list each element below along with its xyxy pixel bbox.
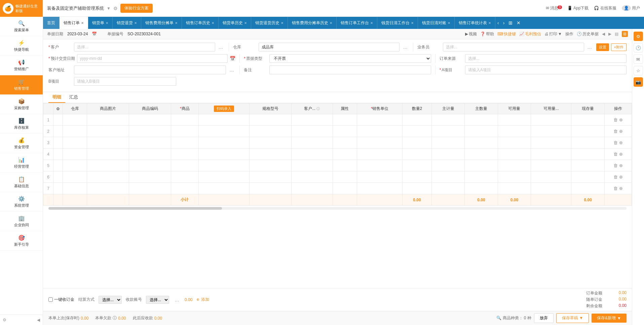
row-4-product[interactable]	[171, 149, 198, 160]
row-4-warehouse[interactable]	[63, 149, 87, 160]
tab-daily-workbench[interactable]: 钱货日清工作台 ✕	[377, 17, 418, 29]
row-5-main-qty[interactable]	[465, 160, 498, 171]
sidebar-item-basic-info[interactable]: 📋 基础信息	[0, 173, 43, 192]
delete-icon[interactable]: 🗑	[613, 129, 618, 134]
tab-home[interactable]: 首页	[43, 17, 60, 29]
row-7-code[interactable]	[129, 183, 171, 194]
row-2-customer-code[interactable]	[291, 126, 333, 137]
delete-icon[interactable]: 🗑	[613, 117, 618, 122]
b-project-input[interactable]	[74, 77, 176, 86]
nav-next-icon[interactable]: ▶	[608, 32, 611, 36]
online-support-button[interactable]: 🎧 在线客服	[594, 5, 616, 11]
tab-next-button[interactable]: ›	[501, 17, 507, 29]
row-6-unit[interactable]	[357, 171, 403, 183]
sidebar-item-enterprise[interactable]: 🏢 企业协同	[0, 212, 43, 231]
row-6-product[interactable]	[171, 171, 198, 183]
row-4-qty2[interactable]	[402, 149, 431, 160]
copy-icon[interactable]: ⊕	[619, 163, 623, 168]
sidebar-item-search[interactable]: 🔍 搜索菜单	[0, 17, 43, 36]
customer-more-icon[interactable]: …	[217, 44, 225, 50]
attachment-button[interactable]: +附件	[611, 43, 627, 51]
preview-button[interactable]: ▶ 视频	[465, 31, 477, 37]
copy-icon[interactable]: ⊕	[619, 174, 623, 179]
tab-close-icon[interactable]: ✕	[488, 21, 491, 25]
row-3-main-unit[interactable]	[431, 137, 464, 149]
row-4-attribute[interactable]	[333, 149, 357, 160]
tab-close-icon[interactable]: ✕	[212, 21, 214, 25]
expand-icon[interactable]: ⊞	[622, 31, 628, 37]
sidebar-collapse-icon[interactable]: ◀	[37, 318, 40, 322]
row-6-qty2[interactable]	[402, 171, 431, 183]
sidebar-item-quick-nav[interactable]: ⚡ 快捷导航	[0, 36, 43, 56]
row-1-spec[interactable]	[249, 114, 291, 126]
row-3-warehouse[interactable]	[63, 137, 87, 149]
right-btn-3[interactable]: ✉	[634, 54, 643, 64]
row-5-warehouse[interactable]	[63, 160, 87, 171]
tab-invoice-history[interactable]: 销货单历史 ✕	[219, 17, 251, 29]
row-5-qty2[interactable]	[402, 160, 431, 171]
delete-icon[interactable]: 🗑	[613, 174, 618, 179]
row-2-attribute[interactable]	[333, 126, 357, 137]
tab-sales-order[interactable]: 销售订单 ✕	[60, 17, 88, 29]
settlement-select[interactable]: 选择...	[99, 296, 122, 304]
order-source-input[interactable]	[465, 54, 627, 63]
right-btn-5[interactable]: 📷	[634, 77, 643, 87]
add-button[interactable]: ⊕ 添加	[196, 297, 209, 302]
table-scrollbar[interactable]	[48, 207, 627, 210]
save-new-button[interactable]: 保存&新增 ▼	[592, 314, 627, 323]
date-picker-icon[interactable]: 📅	[230, 56, 235, 61]
row-5-code[interactable]	[129, 160, 171, 171]
delete-icon[interactable]: 🗑	[613, 152, 618, 157]
tab-sales-expense[interactable]: 销售费用分摊单 ✕	[141, 17, 182, 29]
copy-icon[interactable]: ⊕	[619, 152, 623, 157]
tab-close-icon[interactable]: ✕	[370, 21, 373, 25]
copy-icon[interactable]: ⊕	[619, 186, 623, 191]
tab-close-icon[interactable]: ✕	[411, 21, 414, 25]
sidebar-item-sales[interactable]: 🛒 销售管理	[0, 75, 43, 95]
row-3-qty2[interactable]	[402, 137, 431, 149]
tab-sales-return[interactable]: 销货退货 ✕	[113, 17, 141, 29]
tab-daily-reconcile[interactable]: 钱货日清对账 ✕	[418, 17, 455, 29]
row-4-unit[interactable]	[357, 149, 403, 160]
tab-expense-history[interactable]: 销售费用分摊单历史 ✕	[288, 17, 337, 29]
row-2-product[interactable]	[171, 126, 198, 137]
print-button[interactable]: 🖨 打印 ▼	[544, 31, 562, 37]
tab-close-icon[interactable]: ✕	[106, 21, 108, 25]
row-7-attribute[interactable]	[333, 183, 357, 194]
row-6-code[interactable]	[129, 171, 171, 183]
row-2-qty2[interactable]	[402, 126, 431, 137]
row-7-warehouse[interactable]	[63, 183, 87, 194]
row-1-customer-code[interactable]	[291, 114, 333, 126]
salesperson-more-icon[interactable]: …	[586, 44, 594, 50]
row-3-customer-code[interactable]	[291, 137, 333, 149]
copy-icon[interactable]: ⊕	[619, 140, 623, 145]
row-3-product[interactable]	[171, 137, 198, 149]
tab-close-icon[interactable]: ✕	[244, 21, 247, 25]
history-button[interactable]: 🕐 历史单据	[577, 31, 599, 37]
sidebar-item-operations[interactable]: 📊 经营管理	[0, 153, 43, 173]
row-3-spec[interactable]	[249, 137, 291, 149]
draft-button[interactable]: 保存草稿 ▼	[556, 313, 589, 323]
row-1-main-unit[interactable]	[431, 114, 464, 126]
delivery-date-input[interactable]	[77, 54, 228, 63]
sidebar-item-marketing[interactable]: 📢 营销推广	[0, 56, 43, 75]
one-click-checkbox[interactable]	[48, 297, 53, 302]
row-5-customer-code[interactable]	[291, 160, 333, 171]
tab-more-button[interactable]: ⊞	[506, 17, 515, 29]
tab-close-all-button[interactable]: ✕	[515, 17, 523, 29]
row-5-unit[interactable]	[357, 160, 403, 171]
row-5-main-unit[interactable]	[431, 160, 464, 171]
row-1-code[interactable]	[129, 114, 171, 126]
settings-icon[interactable]: ⚙	[113, 6, 118, 11]
warehouse-input[interactable]	[259, 43, 400, 51]
row-2-unit[interactable]	[357, 126, 403, 137]
address-more-icon[interactable]: …	[228, 67, 235, 73]
calendar-icon[interactable]: 📅	[92, 32, 97, 36]
invoice-type-select[interactable]: 不开票 增值税普通发票 增值税专用发票	[269, 54, 431, 63]
row-2-main-unit[interactable]	[431, 126, 464, 137]
row-3-attribute[interactable]	[333, 137, 357, 149]
nav-prev-icon[interactable]: ◀	[602, 32, 605, 36]
row-2-warehouse[interactable]	[63, 126, 87, 137]
row-2-code[interactable]	[129, 126, 171, 137]
row-1-warehouse[interactable]	[63, 114, 87, 126]
